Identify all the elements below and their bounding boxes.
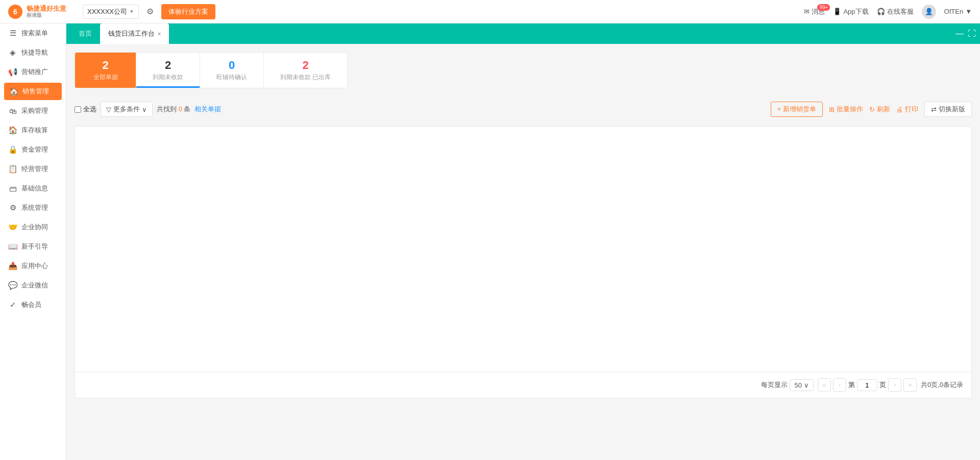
top-right-area: ✉ 消息 99+ 📱 App下载 🎧 在线客服 👤 OfTEn ▼ [804,5,972,19]
tab-expand-controls: — ⛶ [955,29,976,38]
sidebar-item-enterprise[interactable]: 🤝企业协同 [0,217,66,237]
guide-icon: 📖 [8,242,17,251]
app-download-button[interactable]: 📱 App下载 [833,7,868,16]
chevron-down-page-icon: ∨ [804,381,809,389]
print-icon: 🖨 [896,106,903,113]
batch-operation-button[interactable]: ⊞ 批量操作 [829,105,863,114]
settings-button[interactable]: ⚙ [143,5,157,19]
sidebar: ☰搜索菜单◈快捷导航📢营销推广🏠销售管理🛍采购管理🏠库存核算🔒资金管理📋经营管理… [0,0,66,460]
filter-button[interactable]: ▽ 更多条件 ∨ [101,102,153,117]
close-tab-icon[interactable]: × [158,31,161,37]
page-number-input[interactable] [857,379,877,391]
data-table [75,126,972,372]
sidebar-item-system[interactable]: ⚙系统管理 [0,198,66,217]
add-sale-button[interactable]: + 新增销货单 [771,102,823,117]
member-icon: ✓ [8,300,17,309]
switch-version-button[interactable]: ⇄ 切换新版 [924,102,972,117]
pagination: 每页显示 50 ∨ « ‹ 第 页 › » 共0页,0条记录 [75,372,972,398]
refresh-button[interactable]: ↻ 刷新 [869,105,890,114]
operations-icon: 📋 [8,164,17,174]
message-button[interactable]: ✉ 消息 99+ [804,7,825,16]
found-text: 共找到 0 条 [157,105,190,114]
avatar[interactable]: 👤 [922,5,936,19]
enterprise-icon: 🤝 [8,223,17,232]
sidebar-item-wechat[interactable]: 💬企业微信 [0,276,66,295]
system-icon: ⚙ [8,203,17,212]
app-center-icon: 📥 [8,261,17,271]
select-all-input[interactable] [75,106,81,113]
trial-button[interactable]: 体验行业方案 [161,4,215,19]
summary-tab-overdue[interactable]: 2到期未收款 [136,53,200,88]
sidebar-item-base-info[interactable]: 🗃基础信息 [0,179,66,198]
wechat-icon: 💬 [8,281,17,290]
logo-area: 6 畅捷通好生意 标准版 [8,5,75,19]
filter-icon: ▽ [106,106,111,113]
search-menu-icon: ☰ [8,29,17,38]
online-service-button[interactable]: 🎧 在线客服 [877,7,914,16]
maximize-icon[interactable]: ⛶ [968,29,976,38]
marketing-icon: 📢 [8,67,17,77]
first-page-button[interactable]: « [818,378,831,392]
sales-icon: 🏠 [9,87,18,96]
chevron-down-icon-user: ▼ [965,8,972,15]
sidebar-item-purchase[interactable]: 🛍采购管理 [0,101,66,120]
base-info-icon: 🗃 [8,184,17,193]
username-display[interactable]: OfTEn ▼ [944,8,972,15]
page-total: 共0页,0条记录 [921,380,963,390]
sidebar-item-search-menu[interactable]: ☰搜索菜单 [0,23,66,43]
tab-navigation: 首页 钱货日清工作台 × — ⛶ [66,23,980,44]
service-icon: 🎧 [877,8,885,15]
logo-icon: 6 [8,5,22,19]
related-docs-link[interactable]: 相关单据 [194,105,221,114]
page-navigation: « ‹ 第 页 › » [818,378,917,392]
page-size-dropdown[interactable]: 50 ∨ [790,379,813,391]
chevron-down-icon: ▼ [129,9,134,14]
prev-page-button[interactable]: ‹ [833,378,846,392]
quick-nav-icon: ◈ [8,48,17,57]
company-selector[interactable]: XXXXXX公司 ▼ [83,5,139,19]
select-all-checkbox[interactable]: 全选 [75,105,96,114]
page-size-selector: 每页显示 50 ∨ [761,379,813,391]
top-bar: 6 畅捷通好生意 标准版 XXXXXX公司 ▼ ⚙ 体验行业方案 ✉ 消息 99… [0,0,980,23]
toolbar: 全选 ▽ 更多条件 ∨ 共找到 0 条 相关单据 + 新增销货单 ⊞ 批量操作 … [75,96,972,122]
sidebar-item-marketing[interactable]: 📢营销推广 [0,62,66,82]
gear-icon: ⚙ [146,7,154,16]
summary-tab-all[interactable]: 2全部单据 [75,53,136,88]
print-button[interactable]: 🖨 打印 [896,105,918,114]
tab-home[interactable]: 首页 [70,23,100,44]
message-badge: 99+ [817,4,830,11]
sidebar-item-app-center[interactable]: 📥应用中心 [0,256,66,276]
switch-icon: ⇄ [931,106,937,113]
next-page-button[interactable]: › [888,378,901,392]
summary-tab-overdue-shipped[interactable]: 2到期未收款 已出库 [264,53,347,88]
inventory-icon: 🏠 [8,126,17,135]
minimize-icon[interactable]: — [955,29,964,38]
sidebar-item-operations[interactable]: 📋经营管理 [0,159,66,179]
summary-tab-pending[interactable]: 0旺辅待确认 [200,53,264,88]
purchase-icon: 🛍 [8,107,17,115]
sidebar-item-quick-nav[interactable]: ◈快捷导航 [0,43,66,62]
tab-qianhuoqingong[interactable]: 钱货日清工作台 × [100,23,169,44]
logo-text: 畅捷通好生意 标准版 [27,5,66,19]
finance-icon: 🔒 [8,145,17,154]
refresh-icon: ↻ [869,106,875,113]
sidebar-item-sales[interactable]: 🏠销售管理 [4,83,62,100]
user-icon: 👤 [925,8,933,15]
summary-tabs: 2全部单据2到期未收款0旺辅待确认2到期未收款 已出库 [75,52,348,88]
chevron-down-filter-icon: ∨ [142,106,147,113]
main-content: 2全部单据2到期未收款0旺辅待确认2到期未收款 已出库 全选 ▽ 更多条件 ∨ … [66,44,980,460]
sidebar-item-finance[interactable]: 🔒资金管理 [0,140,66,159]
sidebar-item-inventory[interactable]: 🏠库存核算 [0,120,66,140]
toolbar-right: + 新增销货单 ⊞ 批量操作 ↻ 刷新 🖨 打印 ⇄ 切换新版 [771,102,972,117]
batch-icon: ⊞ [829,106,835,113]
last-page-button[interactable]: » [903,378,917,392]
message-icon: ✉ [804,8,810,15]
sidebar-item-guide[interactable]: 📖新手引导 [0,237,66,256]
empty-state [75,127,971,372]
download-icon: 📱 [833,8,841,15]
sidebar-item-member[interactable]: ✓畅会员 [0,295,66,314]
